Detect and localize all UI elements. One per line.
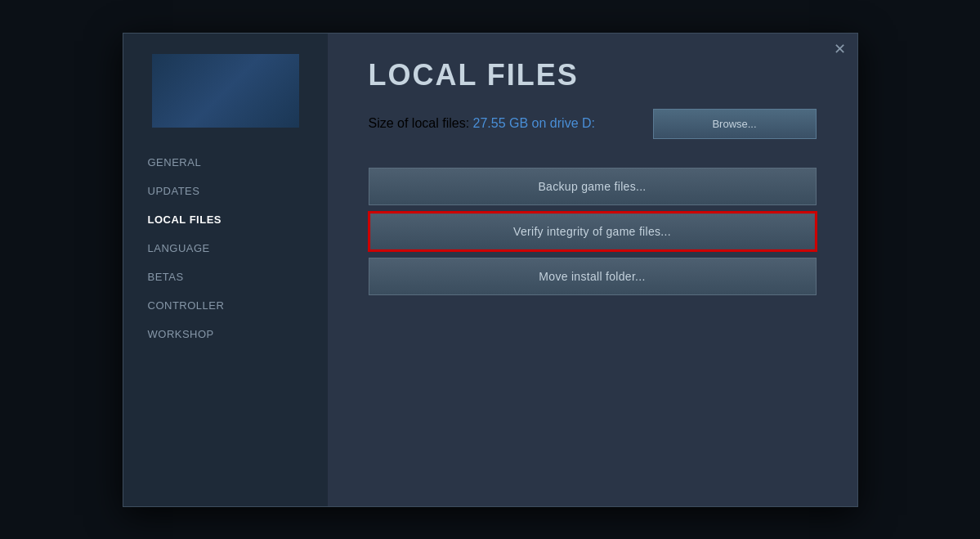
sidebar-nav: GENERAL UPDATES LOCAL FILES LANGUAGE BET… (123, 148, 328, 348)
page-title: LOCAL FILES (369, 58, 817, 92)
size-value: 27.55 GB on drive D: (473, 116, 595, 130)
backup-button[interactable]: Backup game files... (369, 168, 817, 205)
size-row: Size of local files: 27.55 GB on drive D… (369, 109, 817, 139)
size-label: Size of local files: (369, 116, 473, 130)
browse-button[interactable]: Browse... (653, 109, 817, 139)
sidebar-item-local-files[interactable]: LOCAL FILES (148, 205, 328, 234)
sidebar-item-betas[interactable]: BETAS (148, 263, 328, 291)
sidebar-item-general[interactable]: GENERAL (148, 148, 328, 177)
verify-button[interactable]: Verify integrity of game files... (369, 212, 817, 251)
sidebar-item-workshop[interactable]: WORKSHOP (148, 320, 328, 348)
close-button[interactable]: ✕ (834, 42, 846, 56)
sidebar-item-controller[interactable]: CONTROLLER (148, 291, 328, 320)
size-info: Size of local files: 27.55 GB on drive D… (369, 116, 595, 131)
dialog-overlay: ✕ GENERAL UPDATES LOCAL FILES LANGUAGE B… (0, 0, 980, 539)
main-content: LOCAL FILES Size of local files: 27.55 G… (328, 34, 857, 506)
action-buttons: Backup game files... Verify integrity of… (369, 168, 817, 295)
properties-dialog: ✕ GENERAL UPDATES LOCAL FILES LANGUAGE B… (123, 33, 858, 507)
sidebar-item-updates[interactable]: UPDATES (148, 177, 328, 205)
move-button[interactable]: Move install folder... (369, 258, 817, 295)
sidebar-item-language[interactable]: LANGUAGE (148, 234, 328, 263)
sidebar: GENERAL UPDATES LOCAL FILES LANGUAGE BET… (123, 34, 328, 506)
game-thumbnail (152, 54, 299, 128)
